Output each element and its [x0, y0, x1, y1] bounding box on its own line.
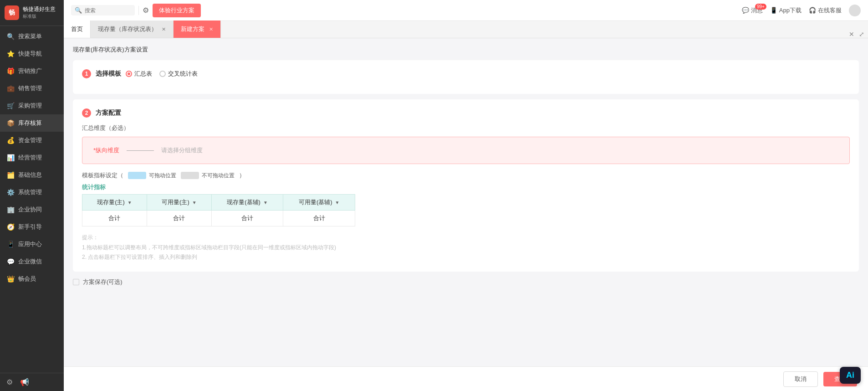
speaker-icon[interactable]: 📢: [20, 378, 29, 386]
sidebar-item-label-marketing: 营销推广: [18, 67, 42, 75]
stats-col-cell-1: 合计: [147, 211, 211, 226]
sidebar-item-icon-finance: 💰: [6, 136, 15, 144]
stats-col-header-3[interactable]: 可用量(基辅)▼: [283, 195, 355, 211]
sidebar-item-quick-nav[interactable]: ⭐快捷导航: [0, 45, 64, 62]
sidebar-item-finance[interactable]: 💰资金管理: [0, 132, 64, 149]
message-btn[interactable]: 💬 消息 99+: [742, 6, 763, 15]
step2-num: 2: [82, 108, 91, 118]
step1-panel: 1 选择模板 汇总表 交叉统计表: [73, 60, 859, 94]
movable-box: [128, 172, 146, 179]
sidebar-item-purchase[interactable]: 🛒采购管理: [0, 97, 64, 114]
tab-right-btns: ✕ ⤢: [849, 31, 868, 38]
search-icon: 🔍: [75, 7, 82, 14]
save-checkbox[interactable]: [73, 279, 79, 285]
tab-new-plan[interactable]: 新建方案 ✕: [174, 21, 221, 38]
stats-col-header-1[interactable]: 可用量(主)▼: [147, 195, 211, 211]
gear-icon[interactable]: ⚙: [143, 6, 149, 15]
sidebar-item-sales[interactable]: 💼销售管理: [0, 80, 64, 97]
sidebar-item-icon-basic-info: 🗂️: [6, 171, 15, 179]
sidebar-item-enterprise[interactable]: 🏢企业协同: [0, 201, 64, 218]
settings-icon[interactable]: ⚙: [6, 378, 13, 386]
tip-1: 1.拖动标题栏可以调整布局，不可跨维度或指标区域拖动栏目字段(只能在同一维度或指…: [82, 243, 850, 253]
sidebar-nav: 🔍搜索菜单⭐快捷导航🎁营销推广💼销售管理🛒采购管理📦库存核算💰资金管理📊经营管理…: [0, 26, 64, 373]
sidebar-item-operations[interactable]: 📊经营管理: [0, 149, 64, 166]
tab-home[interactable]: 首页: [64, 21, 91, 38]
col-chevron-1[interactable]: ▼: [192, 200, 197, 205]
sidebar-item-icon-search-menu: 🔍: [6, 32, 15, 41]
col-chevron-0[interactable]: ▼: [128, 200, 132, 205]
app-label: App下载: [779, 6, 802, 15]
expand-icon[interactable]: ⤢: [859, 31, 864, 38]
col-chevron-2[interactable]: ▼: [263, 200, 268, 205]
indicator-config-header: 模板指标设定（ 可拖动位置 不可拖动位置 ）: [82, 171, 850, 180]
inventory-tab-close-icon[interactable]: ✕: [162, 26, 166, 32]
sidebar-bottom: ⚙ 📢: [0, 373, 64, 391]
sidebar-item-label-inventory: 库存核算: [18, 119, 42, 127]
ai-badge[interactable]: Ai: [840, 367, 861, 384]
close-panel-icon[interactable]: ✕: [849, 31, 854, 38]
main-area: 🔍 ⚙ 体验行业方案 💬 消息 99+ 📱 App下载 🎧 在线客服: [64, 0, 868, 391]
step2-panel: 2 方案配置 汇总维度（必选） *纵向维度 请选择分组维度 模板指标设定（ 可拖…: [73, 99, 859, 272]
search-box[interactable]: 🔍: [71, 5, 135, 15]
sidebar-item-icon-system: ⚙️: [6, 188, 15, 196]
radio-summary-dot: [126, 71, 132, 77]
stats-table-body-row: 合计合计合计合计: [82, 211, 355, 226]
tabbar: 首页 现存量（库存状况表） ✕ 新建方案 ✕ ✕ ⤢: [64, 21, 868, 38]
radio-cross[interactable]: 交叉统计表: [159, 70, 198, 78]
stats-col-header-2[interactable]: 现存量(基辅)▼: [211, 195, 283, 211]
sidebar-item-label-wechat: 企业微信: [18, 257, 42, 266]
content-area: 现存量(库存状况表)方案设置 1 选择模板 汇总表 交叉统计表: [64, 38, 868, 366]
indicator-label-text: 模板指标设定（: [82, 171, 123, 180]
message-badge: 99+: [755, 4, 766, 10]
col-chevron-3[interactable]: ▼: [335, 200, 340, 205]
service-btn[interactable]: 🎧 在线客服: [809, 6, 842, 15]
sidebar-item-marketing[interactable]: 🎁营销推广: [0, 62, 64, 80]
home-tab-label: 首页: [71, 25, 83, 33]
step1-title: 选择模板: [96, 70, 121, 78]
cancel-button[interactable]: 取消: [783, 371, 818, 387]
stats-table-header-row: 现存量(主)▼可用量(主)▼现存量(基辅)▼可用量(基辅)▼: [82, 195, 355, 211]
sidebar-item-wechat[interactable]: 💬企业微信: [0, 253, 64, 270]
tip-2: 2. 点击标题栏下拉可设置排序、插入列和删除列: [82, 252, 850, 262]
dim-selector[interactable]: *纵向维度 请选择分组维度: [82, 137, 850, 164]
tab-inventory-status[interactable]: 现存量（库存状况表） ✕: [91, 21, 174, 38]
step2-title: 方案配置: [96, 109, 121, 117]
sidebar-item-search-menu[interactable]: 🔍搜索菜单: [0, 28, 64, 45]
search-input[interactable]: [85, 7, 130, 14]
stats-table: 现存量(主)▼可用量(主)▼现存量(基辅)▼可用量(基辅)▼ 合计合计合计合计: [82, 194, 355, 226]
sidebar-item-inventory[interactable]: 📦库存核算: [0, 114, 64, 132]
indicator-close-bracket: ）: [239, 171, 245, 180]
app-download-btn[interactable]: 📱 App下载: [770, 6, 802, 15]
headphone-icon: 🎧: [809, 7, 816, 14]
sidebar-item-icon-sales: 💼: [6, 84, 15, 93]
sidebar-item-icon-marketing: 🎁: [6, 67, 15, 75]
sidebar-item-basic-info[interactable]: 🗂️基础信息: [0, 166, 64, 184]
sidebar-item-membership[interactable]: 👑畅会员: [0, 270, 64, 288]
industry-btn[interactable]: 体验行业方案: [153, 4, 201, 17]
sidebar-item-app-center[interactable]: 📱应用中心: [0, 236, 64, 253]
stats-col-header-0[interactable]: 现存量(主)▼: [82, 195, 147, 211]
new-plan-tab-label: 新建方案: [181, 25, 204, 33]
inventory-tab-label: 现存量（库存状况表）: [98, 25, 157, 33]
movable-badge: 可拖动位置: [128, 172, 176, 180]
sidebar-item-label-enterprise: 企业协同: [18, 206, 42, 214]
stats-col-cell-2: 合计: [211, 211, 283, 226]
user-avatar-btn[interactable]: [849, 5, 861, 16]
step1-num: 1: [82, 69, 91, 78]
sidebar-item-new-guide[interactable]: 🧭新手引导: [0, 218, 64, 236]
app-logo: 畅 畅捷通好生意 标准版: [0, 0, 64, 26]
stats-col-cell-0: 合计: [82, 211, 147, 226]
radio-summary[interactable]: 汇总表: [126, 70, 152, 78]
sidebar-item-icon-membership: 👑: [6, 275, 15, 283]
save-option[interactable]: 方案保存(可选): [73, 278, 859, 286]
sidebar-item-system[interactable]: ⚙️系统管理: [0, 184, 64, 201]
divider: [138, 6, 139, 15]
sidebar-item-label-new-guide: 新手引导: [18, 223, 42, 231]
footer: 取消 查询: [64, 366, 868, 391]
new-plan-tab-close-icon[interactable]: ✕: [209, 26, 213, 32]
step1-header: 1 选择模板 汇总表 交叉统计表: [82, 69, 850, 78]
sidebar-item-icon-wechat: 💬: [6, 257, 15, 266]
sidebar-item-icon-enterprise: 🏢: [6, 206, 15, 214]
topbar: 🔍 ⚙ 体验行业方案 💬 消息 99+ 📱 App下载 🎧 在线客服: [64, 0, 868, 21]
dim-divider: [127, 150, 154, 151]
